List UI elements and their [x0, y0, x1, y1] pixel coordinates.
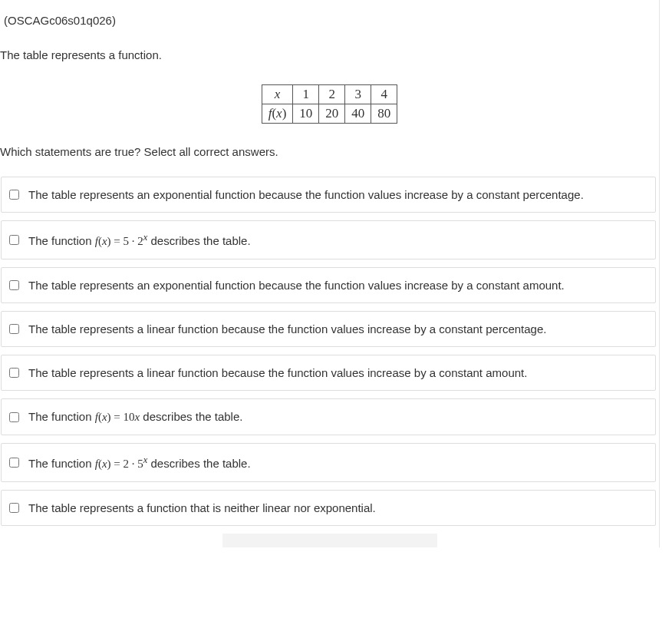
answer-text: The table represents a linear function b…: [28, 366, 527, 379]
answer-option[interactable]: The function f(x) = 5 · 2x describes the…: [1, 220, 656, 259]
fx-val: 20: [319, 104, 345, 124]
x-val: 4: [371, 85, 397, 104]
footer-bar: [0, 534, 659, 547]
intro-text: The table represents a function.: [0, 35, 659, 69]
answer-text: The table represents an exponential func…: [28, 279, 565, 292]
answer-checkbox[interactable]: [9, 458, 19, 468]
answer-text: The table represents a linear function b…: [28, 322, 546, 335]
fx-label: f(x): [262, 104, 293, 124]
answer-text: The table represents an exponential func…: [28, 188, 584, 201]
answer-text: The function f(x) = 2 · 5x describes the…: [28, 454, 251, 471]
answer-checkbox[interactable]: [9, 368, 19, 378]
answer-checkbox[interactable]: [9, 412, 19, 422]
answer-checkbox[interactable]: [9, 503, 19, 513]
question-id: (OSCAGc06s01q026): [0, 0, 659, 35]
answer-option[interactable]: The table represents an exponential func…: [1, 267, 656, 303]
answer-option[interactable]: The table represents a linear function b…: [1, 355, 656, 391]
answer-checkbox[interactable]: [9, 190, 19, 200]
prompt-text: Which statements are true? Select all co…: [0, 137, 659, 177]
answer-text: The table represents a function that is …: [28, 501, 376, 514]
answer-option[interactable]: The function f(x) = 10x describes the ta…: [1, 398, 656, 435]
table-row: f(x) 10 20 40 80: [262, 104, 397, 124]
footer-shadow: [222, 534, 437, 547]
answer-checkbox[interactable]: [9, 280, 19, 290]
x-val: 3: [345, 85, 371, 104]
function-table-wrap: x 1 2 3 4 f(x) 10 20 40 80: [0, 69, 659, 137]
table-row: x 1 2 3 4: [262, 85, 397, 104]
answer-option[interactable]: The table represents a function that is …: [1, 490, 656, 526]
answer-option[interactable]: The table represents a linear function b…: [1, 311, 656, 347]
question-container: (OSCAGc06s01q026) The table represents a…: [0, 0, 660, 547]
answer-text: The function f(x) = 5 · 2x describes the…: [28, 232, 251, 248]
answers-list: The table represents an exponential func…: [0, 177, 659, 526]
x-val: 2: [319, 85, 345, 104]
function-table: x 1 2 3 4 f(x) 10 20 40 80: [262, 84, 398, 124]
answer-option[interactable]: The function f(x) = 2 · 5x describes the…: [1, 443, 656, 482]
answer-option[interactable]: The table represents an exponential func…: [1, 177, 656, 213]
answer-text: The function f(x) = 10x describes the ta…: [28, 410, 242, 424]
x-label: x: [262, 85, 293, 104]
x-val: 1: [293, 85, 319, 104]
answer-checkbox[interactable]: [9, 324, 19, 334]
fx-val: 40: [345, 104, 371, 124]
fx-val: 10: [293, 104, 319, 124]
fx-val: 80: [371, 104, 397, 124]
answer-checkbox[interactable]: [9, 235, 19, 245]
